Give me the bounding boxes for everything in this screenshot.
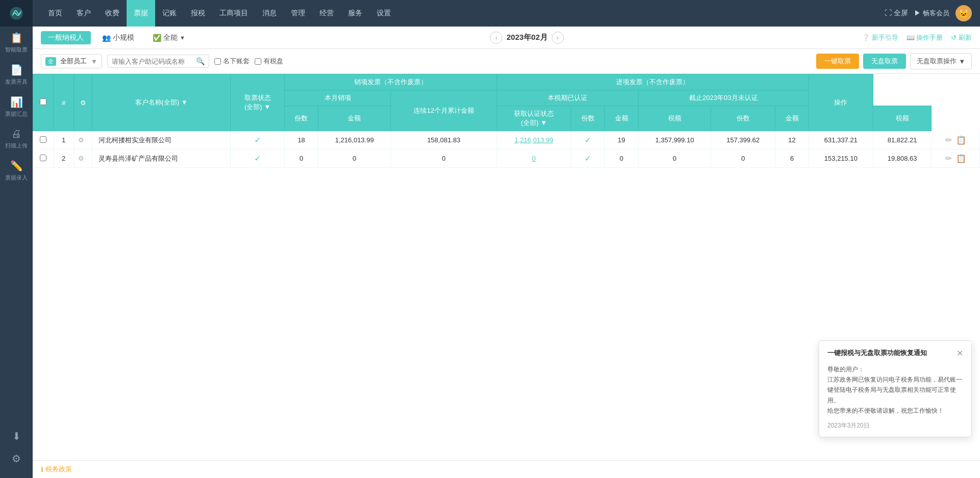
notification-popup: 一键报税与无盘取票功能恢复通知 ✕ 尊敬的用户： 江苏政务网已恢复访问电子税务局…: [819, 340, 972, 437]
col-uncert-amount: 金额: [775, 106, 809, 131]
prev-month-button[interactable]: ‹: [490, 32, 502, 44]
row-settings-icon[interactable]: ⚙: [74, 149, 92, 168]
row-checkbox-0[interactable]: [40, 136, 46, 143]
view-icon[interactable]: 📋: [956, 136, 966, 144]
search-icon[interactable]: 🔍: [196, 57, 205, 65]
sidebar: 📋 智能取票 📄 发票开具 📊 票据汇总 🖨 扫描上传 ✏️ 票据录入 ⬇ ⚙: [0, 0, 33, 478]
view-icon[interactable]: 📋: [956, 154, 966, 163]
nav-settings[interactable]: 设置: [370, 0, 398, 27]
row-customer: 灵寿县尚泽矿产品有限公司: [92, 149, 231, 168]
row-purchase-tax: 157,399.62: [711, 131, 775, 149]
nav-home[interactable]: 首页: [41, 0, 69, 27]
no-disk-fetch-button[interactable]: 无盘取票: [863, 54, 906, 69]
col-purchase-tax: 税额: [639, 106, 711, 131]
bottom-bar: ℹ 税务政策: [33, 460, 980, 478]
col-settings: ⚙: [74, 74, 92, 131]
manual-button[interactable]: 📖 操作手册: [906, 33, 943, 42]
invoice-table: # ⚙ 客户名称(全部) ▼ 取票状态(全部) ▼ 销项发票（不含作废票） 进项…: [33, 74, 980, 168]
notification-header: 一键报税与无盘取票功能恢复通知 ✕: [827, 347, 963, 360]
svg-point-0: [10, 7, 22, 19]
row-sales-count: 0: [284, 149, 318, 168]
col-uncert-tax: 税额: [873, 106, 932, 131]
nav-invoice[interactable]: 票据: [127, 0, 155, 27]
row-actions: ✏ 📋: [932, 131, 980, 149]
no-disk-ops-button[interactable]: 无盘取票操作 ▼: [910, 53, 972, 69]
row-cumulative[interactable]: 0: [497, 149, 571, 168]
row-purchase-amount: 0: [639, 149, 711, 168]
row-uncert-amount: 631,337.21: [809, 131, 873, 149]
nav-business[interactable]: 工商项目: [212, 0, 255, 27]
sidebar-item-smart-fetch[interactable]: 📋 智能取票: [0, 27, 33, 59]
member-button[interactable]: ▶ 畅客会员: [914, 9, 949, 18]
next-month-button[interactable]: ›: [552, 32, 564, 44]
nav-customer[interactable]: 客户: [69, 0, 98, 27]
topnav-right: ⛶ 全屏 ▶ 畅客会员 🐱: [885, 5, 972, 21]
row-sales-tax: 0: [391, 149, 497, 168]
row-uncert-count: 6: [775, 149, 809, 168]
notification-close-button[interactable]: ✕: [957, 347, 963, 360]
notification-body: 尊敬的用户： 江苏政务网已恢复访问电子税务局功能，易代账一键登陆电子税务局与无盘…: [827, 364, 963, 431]
tab-general[interactable]: 一般纳税人: [41, 31, 91, 44]
row-checkbox-1[interactable]: [40, 155, 46, 161]
row-sales-count: 18: [284, 131, 318, 149]
sidebar-item-download[interactable]: ⬇: [0, 425, 33, 447]
sidebar-item-invoice-entry[interactable]: ✏️ 票据录入: [0, 155, 33, 187]
fullscreen-button[interactable]: ⛶ 全屏: [885, 9, 908, 18]
fetch-status-icon: ✓: [254, 136, 261, 144]
all-icon: ✅: [153, 34, 161, 42]
row-cumulative[interactable]: 1,216,013.99: [497, 131, 571, 149]
tabs-right: ❔ 新手引导 📖 操作手册 ↺ 刷新: [862, 33, 972, 42]
tab-all[interactable]: ✅ 全能 ▼: [145, 31, 192, 44]
row-purchase-tax: 0: [711, 149, 775, 168]
nav-collection[interactable]: 收费: [98, 0, 127, 27]
col-sales-group: 销项发票（不含作废票）: [284, 74, 497, 90]
table-row: 2 ⚙ 灵寿县尚泽矿产品有限公司 ✓ 0 0 0 0 ✓ 0 0 0 6 153…: [33, 149, 980, 168]
top-nav: 首页 客户 收费 票据 记账 报税 工商项目 消息 管理 经营 服务 设置 ⛶ …: [33, 0, 980, 27]
tax-policy-link[interactable]: ℹ 税务政策: [41, 465, 72, 474]
col-sales-amount: 金额: [318, 106, 390, 131]
col-operation: 操作: [809, 74, 873, 131]
one-click-fetch-button[interactable]: 一键取票: [816, 54, 859, 69]
nav-operation[interactable]: 经营: [312, 0, 341, 27]
nav-message[interactable]: 消息: [255, 0, 284, 27]
nav-tax[interactable]: 报税: [184, 0, 212, 27]
fetch-status-icon: ✓: [254, 154, 261, 163]
new-guide-button[interactable]: ❔ 新手引导: [862, 33, 898, 42]
sidebar-item-invoice-summary[interactable]: 📊 票据汇总: [0, 91, 33, 123]
sidebar-item-settings[interactable]: ⚙: [0, 447, 33, 470]
row-fetch-status: ✓: [231, 131, 285, 149]
name-account-checkbox[interactable]: 名下账套: [214, 57, 250, 66]
refresh-button[interactable]: ↺ 刷新: [951, 33, 972, 42]
select-all-checkbox[interactable]: [40, 98, 46, 105]
row-sales-amount: 1,216,013.99: [318, 131, 390, 149]
tab-small[interactable]: 👥 小规模: [95, 31, 141, 44]
row-uncert-count: 12: [775, 131, 809, 149]
row-settings-icon[interactable]: ⚙: [74, 131, 92, 149]
tax-disk-checkbox[interactable]: 有税盘: [255, 57, 283, 66]
sidebar-item-invoice-open[interactable]: 📄 发票开具: [0, 59, 33, 91]
nav-bookkeeping[interactable]: 记账: [155, 0, 184, 27]
edit-icon[interactable]: ✏: [945, 154, 952, 163]
nav-manage[interactable]: 管理: [284, 0, 312, 27]
row-cert-status: ✓: [571, 131, 605, 149]
row-num: 1: [54, 131, 74, 149]
invoice-summary-icon: 📊: [10, 96, 23, 108]
month-label: 2023年02月: [506, 33, 547, 42]
nav-service[interactable]: 服务: [341, 0, 370, 27]
row-uncert-tax: 81,822.21: [873, 131, 932, 149]
employee-select[interactable]: 全 全部员工 ▼: [41, 54, 102, 68]
chevron-down-icon: ▼: [91, 58, 97, 65]
sidebar-item-scan-upload[interactable]: 🖨 扫描上传: [0, 123, 33, 155]
col-purchase-amount: 金额: [605, 106, 639, 131]
search-input[interactable]: [112, 58, 196, 65]
settings-icon: ⚙: [12, 452, 21, 465]
col-fetch-status: 取票状态(全部) ▼: [231, 74, 285, 131]
scan-upload-icon: 🖨: [11, 128, 21, 140]
row-sales-tax: 158,081.83: [391, 131, 497, 149]
sidebar-logo: [0, 0, 33, 27]
toolbar-right: 一键取票 无盘取票 无盘取票操作 ▼: [816, 53, 972, 69]
edit-icon[interactable]: ✏: [945, 136, 952, 144]
row-purchase-count: 0: [605, 149, 639, 168]
user-avatar[interactable]: 🐱: [955, 5, 972, 21]
toolbar-left: 全 全部员工 ▼ 🔍 名下账套 有税盘: [41, 54, 283, 68]
